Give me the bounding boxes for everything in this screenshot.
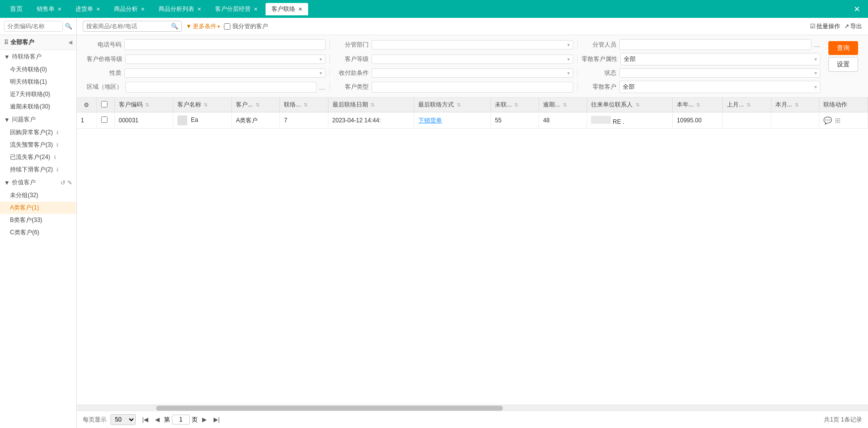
sidebar-item-churned[interactable]: 已流失客户(24) ℹ — [0, 151, 76, 163]
nav-tab-purchase[interactable]: 进货单 ✕ — [69, 3, 106, 15]
phone-input[interactable] — [124, 39, 326, 50]
per-page-select[interactable]: 50 100 200 — [110, 414, 136, 425]
close-purchase-tab[interactable]: ✕ — [96, 6, 100, 12]
td-last-method[interactable]: 下销货单 — [414, 112, 491, 129]
sidebar-search-icon[interactable]: 🔍 — [65, 23, 72, 30]
close-sales-tab[interactable]: ✕ — [57, 6, 61, 12]
sidebar-search-input[interactable] — [4, 21, 63, 32]
last-page-button[interactable]: ▶| — [211, 415, 222, 424]
sort-icon-contact[interactable]: ⇅ — [304, 102, 308, 107]
retail-customer-label: 零散客户 — [582, 83, 616, 91]
chevron-down-icon9: ▾ — [814, 84, 817, 90]
th-contact-count: 联络... ⇅ — [280, 98, 328, 112]
customer-type-input[interactable] — [372, 82, 573, 93]
qr-icon[interactable]: ⊞ — [835, 116, 841, 124]
td-code: 000031 — [114, 112, 173, 129]
nav-tab-customer-contact[interactable]: 客户联络 ✕ — [266, 3, 308, 15]
sort-icon-lastmonth[interactable]: ⇅ — [747, 102, 751, 107]
row-checkbox[interactable] — [101, 116, 108, 123]
select-all-checkbox[interactable] — [101, 101, 108, 107]
close-analysis-list-tab[interactable]: ✕ — [197, 6, 201, 12]
main-search-icon[interactable]: 🔍 — [171, 23, 178, 30]
sort-icon-thismonth[interactable]: ⇅ — [795, 102, 799, 107]
sidebar-item-repurchase[interactable]: 回购异常客户(2) ℹ — [0, 126, 76, 139]
sort-icon-thisyear[interactable]: ⇅ — [696, 102, 700, 107]
th-this-month: 本月... ⇅ — [771, 98, 819, 112]
close-customer-contact-tab[interactable]: ✕ — [298, 6, 302, 12]
refresh-icon[interactable]: ↺ — [60, 179, 65, 186]
sidebar-item-a-class[interactable]: A类客户(1) — [0, 202, 76, 214]
query-button[interactable]: 查询 — [828, 41, 858, 55]
sort-icon-method[interactable]: ⇅ — [457, 102, 461, 107]
close-customer-tier-tab[interactable]: ✕ — [254, 6, 258, 12]
sort-icon-date[interactable]: ⇅ — [371, 102, 375, 107]
sidebar-value-section[interactable]: ▼ 价值客户 ↺ ✎ — [0, 176, 76, 189]
edit-icon[interactable]: ✎ — [67, 179, 72, 186]
sidebar-collapse-icon[interactable]: ◀ — [68, 40, 72, 45]
sidebar-all-customers[interactable]: ⠿ 全部客户 ◀ — [0, 35, 76, 50]
customer-level-select[interactable]: ▾ — [372, 54, 573, 64]
sidebar-item-declining[interactable]: 持续下滑客户(2) ℹ — [0, 163, 76, 176]
window-close-button[interactable]: ✕ — [850, 2, 864, 16]
filter-cell-retail-prop: 零散客户属性 全部 ▾ — [578, 53, 824, 65]
settings-button[interactable]: 设置 — [828, 57, 858, 72]
horizontal-scrollbar[interactable] — [77, 405, 868, 411]
sort-icon-type[interactable]: ⇅ — [256, 102, 260, 107]
close-analysis-tab[interactable]: ✕ — [141, 6, 145, 12]
sort-icon-nocontact[interactable]: ⇅ — [514, 102, 518, 107]
sort-icon-overdue[interactable]: ⇅ — [563, 102, 567, 107]
manager-dots-icon[interactable]: … — [814, 41, 820, 49]
payment-select[interactable]: ▾ — [372, 68, 573, 78]
main-search-input[interactable] — [86, 23, 171, 30]
sidebar-item-tomorrow[interactable]: 明天待联络(1) — [0, 76, 76, 88]
nature-select[interactable]: ▾ — [124, 68, 326, 78]
batch-operation-button[interactable]: ☑ 批量操作 — [810, 22, 840, 31]
per-page-label: 每页显示 — [83, 416, 107, 424]
page-label: 第 — [164, 416, 170, 424]
dept-select[interactable]: ▾ — [372, 40, 573, 50]
sidebar-item-today[interactable]: 今天待联络(0) — [0, 63, 76, 76]
sidebar-item-c-class[interactable]: C类客户(6) — [0, 226, 76, 239]
gear-icon[interactable]: ⚙ — [84, 102, 89, 108]
sidebar-item-overdue[interactable]: 逾期未联络(30) — [0, 101, 76, 113]
page-number-input[interactable] — [172, 415, 190, 425]
nav-tab-sales[interactable]: 销售单 ✕ — [31, 3, 67, 15]
sidebar-pending-section[interactable]: ▼ 待联络客户 — [0, 50, 76, 63]
main-search-box: 🔍 — [83, 21, 182, 32]
retail-customer-select[interactable]: 全部 ▾ — [619, 81, 820, 93]
prev-page-button[interactable]: ◀ — [153, 415, 162, 424]
region-input[interactable] — [125, 82, 317, 93]
manager-input[interactable] — [619, 39, 812, 50]
sort-icon-code[interactable]: ⇅ — [145, 102, 149, 107]
sidebar-item-b-class[interactable]: B类客户(33) — [0, 214, 76, 226]
pagination-bar: 每页显示 50 100 200 |◀ ◀ 第 页 ▶ ▶| 共1页 1条记录 — [77, 411, 868, 428]
adv-filter: 电话号码 分管部门 ▾ 分管人员 — [77, 35, 868, 98]
region-dots-icon[interactable]: … — [319, 83, 326, 91]
customer-avatar — [177, 115, 187, 125]
sidebar-item-churn-warning[interactable]: 流失预警客户(3) ℹ — [0, 139, 76, 151]
nav-tab-analysis[interactable]: 商品分析 ✕ — [108, 3, 151, 15]
sidebar-item-unclassified[interactable]: 未分组(32) — [0, 189, 76, 202]
retail-prop-label: 零散客户属性 — [582, 55, 617, 63]
status-select[interactable]: ▾ — [619, 68, 820, 78]
sort-icon-name[interactable]: ⇅ — [204, 102, 208, 107]
nav-home[interactable]: 首页 — [4, 2, 29, 15]
next-page-button[interactable]: ▶ — [200, 415, 209, 424]
price-level-select[interactable]: ▾ — [125, 54, 326, 64]
my-customer-check[interactable] — [224, 23, 230, 30]
chat-icon[interactable]: 💬 — [823, 116, 832, 124]
nav-tab-customer-tier[interactable]: 客户分层经营 ✕ — [209, 3, 264, 15]
scrollbar-thumb[interactable] — [156, 406, 503, 411]
nav-tab-analysis-list[interactable]: 商品分析列表 ✕ — [153, 3, 207, 15]
sidebar-item-7days[interactable]: 近7天待联络(0) — [0, 88, 76, 101]
more-filter-button[interactable]: ▼ 更多条件 ▾ — [186, 22, 220, 31]
chevron-down-icon2: ▾ — [567, 42, 570, 48]
info-icon2: ℹ — [56, 142, 58, 148]
my-customer-checkbox[interactable]: 我分管的客户 — [224, 22, 268, 31]
sort-icon-person[interactable]: ⇅ — [636, 102, 640, 107]
sidebar-problem-section[interactable]: ▼ 问题客户 — [0, 113, 76, 126]
first-page-button[interactable]: |◀ — [140, 415, 151, 424]
export-button[interactable]: ↗ 导出 — [844, 22, 862, 31]
td-this-year: 10995.00 — [673, 112, 723, 129]
retail-prop-select[interactable]: 全部 ▾ — [620, 53, 820, 65]
